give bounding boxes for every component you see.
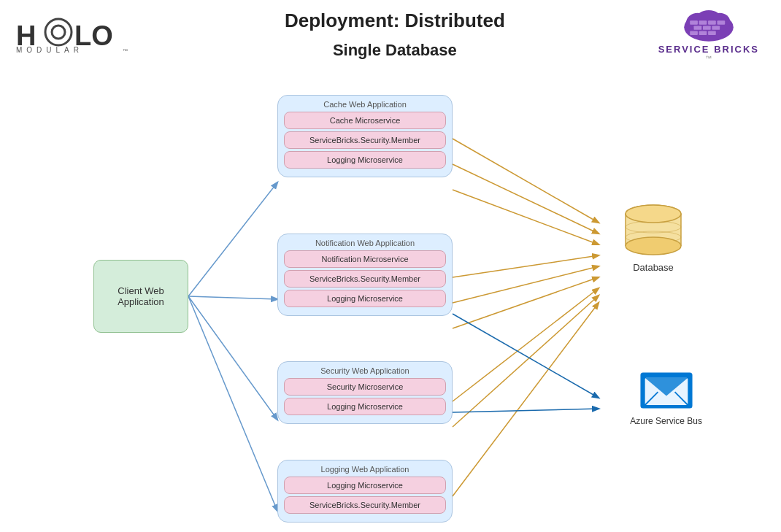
svg-point-1 <box>45 19 72 45</box>
azure-label: Azure Service Bus <box>630 416 702 426</box>
main-title: Deployment: Distributed <box>285 9 505 32</box>
cache-logging: Logging Microservice <box>284 151 446 169</box>
holo-logo: H LO MODULAR ™ <box>15 15 131 55</box>
database-label: Database <box>633 262 674 273</box>
svg-point-42 <box>626 205 681 223</box>
title-area: Deployment: Distributed Single Database <box>285 9 505 60</box>
svg-point-9 <box>696 10 722 28</box>
logging-webapp-container: Logging Web Application Logging Microser… <box>277 460 453 523</box>
security-webapp-label: Security Web Application <box>284 366 446 375</box>
svg-rect-13 <box>717 20 725 24</box>
logging-webapp-label: Logging Web Application <box>284 465 446 474</box>
logging-security-member: ServiceBricks.Security.Member <box>284 496 446 514</box>
cache-microservice: Cache Microservice <box>284 112 446 129</box>
svg-line-34 <box>453 409 599 412</box>
notification-security-member: ServiceBricks.Security.Member <box>284 270 446 288</box>
header: H LO MODULAR ™ Deployment: Distributed S… <box>0 0 781 62</box>
notification-webapp-label: Notification Web Application <box>284 239 446 247</box>
security-logging: Logging Microservice <box>284 398 446 415</box>
client-label: Client Web Application <box>100 285 182 307</box>
svg-line-26 <box>453 190 599 244</box>
svg-point-41 <box>626 237 681 255</box>
svg-line-27 <box>453 255 599 277</box>
svg-rect-10 <box>690 20 698 24</box>
notification-logging: Logging Microservice <box>284 290 446 307</box>
svg-line-30 <box>453 288 599 401</box>
svg-rect-17 <box>690 31 698 35</box>
svg-line-32 <box>453 303 599 496</box>
svg-line-28 <box>453 266 599 303</box>
svg-rect-15 <box>703 26 711 29</box>
svg-rect-18 <box>699 31 707 35</box>
svg-text:MODULAR: MODULAR <box>16 46 83 54</box>
sub-title: Single Database <box>285 41 505 60</box>
svg-line-23 <box>188 296 277 511</box>
svg-line-29 <box>453 277 599 328</box>
sb-label: SERVICE BRICKS <box>658 44 759 55</box>
svg-line-31 <box>453 296 599 427</box>
svg-line-25 <box>453 164 599 234</box>
cache-security-member: ServiceBricks.Security.Member <box>284 131 446 149</box>
svg-line-20 <box>188 182 277 296</box>
svg-line-21 <box>188 296 277 299</box>
svg-rect-11 <box>699 20 707 24</box>
svg-rect-19 <box>708 31 716 35</box>
azure-service-bus-group: Azure Service Bus <box>630 365 702 426</box>
svg-rect-16 <box>712 26 720 29</box>
svg-rect-12 <box>708 20 716 24</box>
svg-text:™: ™ <box>123 48 128 53</box>
svg-line-22 <box>188 296 277 420</box>
notification-microservice: Notification Microservice <box>284 250 446 268</box>
diagram: Client Web Application Cache Web Applica… <box>0 88 781 532</box>
service-bricks-logo: SERVICE BRICKS ™ <box>658 7 759 62</box>
security-microservice: Security Microservice <box>284 378 446 396</box>
svg-point-2 <box>52 26 65 39</box>
svg-rect-14 <box>693 26 701 29</box>
notification-webapp-container: Notification Web Application Notificatio… <box>277 234 453 316</box>
security-webapp-container: Security Web Application Security Micros… <box>277 361 453 424</box>
client-box: Client Web Application <box>93 260 188 333</box>
svg-line-24 <box>453 139 599 223</box>
svg-line-33 <box>453 314 599 398</box>
cache-webapp-container: Cache Web Application Cache Microservice… <box>277 95 453 177</box>
database-group: Database <box>620 201 686 273</box>
cache-webapp-label: Cache Web Application <box>284 100 446 109</box>
logging-microservice: Logging Microservice <box>284 477 446 494</box>
